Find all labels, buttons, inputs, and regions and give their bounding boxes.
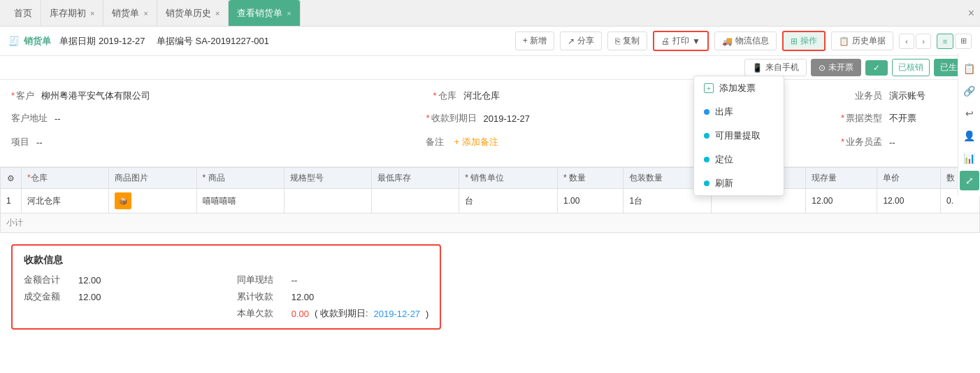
doc-header: 🧾 销货单 单据日期 2019-12-27 单据编号 SA-20191227-0… [0,27,980,56]
confirm-button[interactable]: ✓ [865,60,888,76]
due-date-text: ( 收款到期日: [315,307,368,320]
logistics-button[interactable]: 🚚 物流信息 [714,31,777,50]
tab-bar: 首页 库存期初 × 销货单 × 销货单历史 × 查看销货单 × × [0,0,980,27]
subtotal-row: 小计 [1,213,980,233]
product-image: 📦 [115,192,131,209]
warehouse-field: 仓库 河北仓库 [433,88,856,104]
due-date-value: 2019-12-27 [374,309,421,319]
next-button[interactable]: › [916,34,931,49]
cell-warehouse: 河北仓库 [22,189,109,213]
doc-date-label: 单据日期 [59,35,96,48]
warehouse-value: 河北仓库 [459,88,543,104]
tab-home-label: 首页 [14,7,32,20]
tab-sales-close[interactable]: × [143,9,147,17]
address-value: -- [50,112,134,125]
operate-button[interactable]: ⊞ 操作 [782,31,826,51]
locate-label: 定位 [715,153,733,166]
tab-home[interactable]: 首页 [6,0,41,26]
print-button[interactable]: 🖨 打印 ▼ [653,31,709,51]
cell-product: 嘻嘻嘻嘻 [196,189,284,213]
voided-button[interactable]: 已核销 [892,59,930,76]
staff2-label: 业务员孟 [841,136,882,148]
customer-value: 柳州粤港平安气体有限公司 [37,88,154,104]
sidebar-user-icon[interactable]: 👤 [960,126,979,146]
share-label: 分享 [577,35,594,47]
warehouse-label: 仓库 [433,90,456,102]
tab-inventory[interactable]: 库存期初 × [41,0,103,26]
confirm-icon: ✓ [873,63,880,73]
from-phone-label: 来自手机 [765,62,799,73]
cell-unit: 台 [459,189,558,213]
prev-button[interactable]: ‹ [899,34,914,49]
second-toolbar: 📱 来自手机 ⊙ 未开票 ✓ 已核销 已生效 [0,56,980,80]
grid-view-button[interactable]: ⊞ [955,34,972,49]
add-invoice-label: 添加发票 [719,82,756,94]
staff-value: 演示账号 [885,88,969,104]
payment-box: 收款信息 金额合计 12.00 同单现结 -- 成交金额 12.00 累计收款 … [11,244,441,330]
sidebar-chart-icon[interactable]: 📊 [960,148,979,168]
dropdown-outbound[interactable]: 出库 [694,100,784,124]
sidebar-link-icon[interactable]: 🔗 [960,81,979,101]
sidebar-doc-icon[interactable]: 📋 [960,59,979,78]
cell-spec [284,189,371,213]
tab-sales-label: 销货单 [112,7,139,20]
total-amount-label: 金额合计 [24,274,73,286]
dropdown-locate[interactable]: 定位 [694,148,784,171]
col-product-img: 商品图片 [109,168,196,189]
staff2-field: 业务员孟 -- [841,136,969,149]
print-dropdown-icon: ▼ [692,36,700,46]
copy-button[interactable]: ⎘ 复制 [607,31,647,50]
tab-sales-history[interactable]: 销货单历史 × [157,0,229,26]
col-quantity: * 数量 [558,168,624,189]
doc-number-value: SA-20191227-001 [196,36,270,46]
new-button[interactable]: + 新增 [515,31,554,50]
tab-sales-history-close[interactable]: × [215,9,219,17]
locate-icon [704,157,709,162]
table-row: 1 河北仓库 📦 嘻嘻嘻嘻 台 1.00 1台 12.00 12.00 0. [1,189,980,213]
payment-title: 收款信息 [24,254,428,267]
refresh-label: 刷新 [715,177,733,190]
ticket-type-field: 票据类型 不开票 [841,111,969,126]
dropdown-available-fetch[interactable]: 可用量提取 [694,124,784,148]
list-view-button[interactable]: ≡ [937,34,953,49]
subtotal-label: 小计 [1,213,980,233]
tab-view-sales-close[interactable]: × [287,9,291,17]
print-icon: 🖨 [661,36,670,46]
print-label: 打印 [672,35,689,47]
cell-current: 12.00 [806,189,877,213]
dropdown-refresh[interactable]: 刷新 [694,171,784,195]
col-warehouse: 仓库 [22,168,109,189]
sidebar-refresh-icon[interactable]: ↩ [960,104,979,123]
transaction-amount-label: 成交金额 [24,290,73,303]
right-sidebar: 📋 🔗 ↩ 👤 📊 ⤢ [958,53,980,196]
address-field: 客户地址 -- [11,112,426,125]
form-row-3: 项目 -- 备注 + 添加备注 业务员孟 -- [11,133,969,151]
cell-min-stock [372,189,459,213]
form-area: 客户 柳州粤港平安气体有限公司 仓库 河北仓库 业务员 演示账号 客户地址 --… [0,80,980,167]
cell-product-img: 📦 [109,189,196,213]
tab-sales[interactable]: 销货单 × [103,0,157,26]
tab-view-sales-label: 查看销货单 [237,7,282,20]
nav-arrows: ‹ › [899,34,931,49]
col-product: * 商品 [196,168,284,189]
logistics-label: 物流信息 [735,35,769,47]
operate-grid-icon: ⊞ [791,36,798,46]
doc-number-label: 单据编号 [157,35,193,48]
tab-inventory-close[interactable]: × [90,9,94,17]
window-close-button[interactable]: × [968,7,974,20]
tab-view-sales[interactable]: 查看销货单 × [229,0,300,26]
sales-table: ⚙ 仓库 商品图片 * 商品 规格型号 最低库存 * 销售单位 * 数量 包装数… [0,167,980,233]
dropdown-add-invoice[interactable]: + 添加发票 [694,76,784,100]
outbound-label: 出库 [715,106,733,118]
transaction-amount-value: 12.00 [78,292,101,302]
share-button[interactable]: ↗ 分享 [560,31,602,50]
payment-date-value: 2019-12-27 [480,112,563,125]
add-remark-button[interactable]: + 添加备注 [447,133,505,151]
doc-date-field: 单据日期 2019-12-27 [59,35,145,48]
sidebar-expand-icon[interactable]: ⤢ [960,171,979,190]
customer-field: 客户 柳州粤港平安气体有限公司 [11,88,433,104]
not-open-button[interactable]: ⊙ 未开票 [811,59,861,76]
from-phone-button[interactable]: 📱 来自手机 [744,59,807,76]
history-button[interactable]: 📋 历史单据 [831,31,893,50]
payment-date-label: 收款到期日 [426,112,476,125]
